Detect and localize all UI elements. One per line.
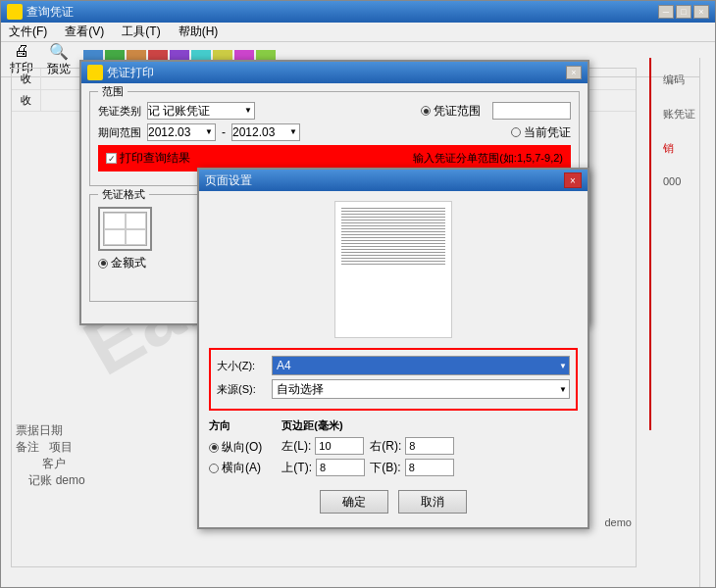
paper-source-select[interactable]: 自动选择 ▼ <box>272 379 570 399</box>
main-window: 查询凭证 ─ □ × 文件(F) 查看(V) 工具(T) 帮助(H) 🖨 打印 … <box>0 0 716 588</box>
bg-bottom-row-2: 备注 项目 <box>16 439 85 456</box>
voucher-dialog-icon <box>87 65 103 80</box>
pvl9 <box>341 231 445 232</box>
margin-top-row: 上(T): <box>281 459 366 476</box>
format-preview <box>98 207 152 251</box>
menu-view[interactable]: 查看(V) <box>61 24 108 40</box>
landscape-label: 横向(A) <box>222 460 261 476</box>
minimize-button[interactable]: ─ <box>658 5 674 19</box>
print-query-checkbox[interactable]: ✓ <box>106 153 117 164</box>
paper-size-arrow: ▼ <box>559 362 567 370</box>
pvl4 <box>341 217 445 218</box>
paper-section: 大小(Z): A4 ▼ 来源(S): 自动选择 ▼ <box>209 348 578 411</box>
right-label-3: 销 <box>663 141 695 156</box>
page-dialog-close[interactable]: × <box>564 172 582 188</box>
current-voucher-radio-group: 当前凭证 <box>511 124 571 141</box>
portrait-label: 纵向(O) <box>222 439 262 456</box>
landscape-radio[interactable]: 横向(A) <box>209 460 262 476</box>
fp4 <box>126 229 147 246</box>
margin-left-input[interactable] <box>315 437 364 455</box>
title-bar-buttons: ─ □ × <box>658 5 709 19</box>
page-dialog-buttons: 确定 取消 <box>209 484 578 517</box>
scrollbar[interactable] <box>699 58 715 587</box>
main-title-bar: 查询凭证 ─ □ × <box>1 1 715 23</box>
format-preview-inner <box>103 212 147 246</box>
menu-file[interactable]: 文件(F) <box>5 24 51 40</box>
pvl2 <box>341 211 445 212</box>
page-preview-content <box>335 202 451 272</box>
voucher-type-arrow: ▼ <box>244 106 252 115</box>
print-query-label: 打印查询结果 <box>120 150 190 167</box>
maximize-button[interactable]: □ <box>676 5 691 19</box>
pvl8 <box>341 228 445 229</box>
voucher-range-radio-dot <box>424 109 429 114</box>
period-dash: - <box>222 125 226 139</box>
fp3 <box>104 229 126 246</box>
right-label-2: 账凭证 <box>663 107 695 122</box>
voucher-range-label: 凭证范围 <box>434 103 481 120</box>
pvl16 <box>341 252 445 253</box>
direction-group: 方向 纵向(O) 横向(A) <box>209 418 262 484</box>
pvl12 <box>341 240 445 241</box>
cancel-button[interactable]: 取消 <box>398 490 467 514</box>
margin-grid: 左(L): 右(R): 上(T): 下(B): <box>281 437 454 476</box>
voucher-type-row: 凭证类别 记 记账凭证 ▼ 凭证范围 <box>98 102 571 120</box>
close-button[interactable]: × <box>693 5 709 19</box>
margin-section: 页边距(毫米) 左(L): 右(R): 上(T): <box>281 418 454 476</box>
margin-bottom-label: 下(B): <box>370 460 400 476</box>
direction-title: 方向 <box>209 418 262 433</box>
app-icon <box>7 4 23 20</box>
pvl17 <box>341 255 445 256</box>
red-vertical-line <box>649 58 651 430</box>
pvl18 <box>341 258 445 259</box>
pvl20 <box>341 264 445 265</box>
page-preview <box>334 201 452 338</box>
menu-help[interactable]: 帮助(H) <box>175 24 223 40</box>
period-from-select[interactable]: 2012.03 ▼ <box>147 123 216 141</box>
paper-size-row: 大小(Z): A4 ▼ <box>217 356 570 375</box>
direction-margins-row: 方向 纵向(O) 横向(A) 页边距(毫米) 左(L): <box>209 418 578 484</box>
bg-bottom-text: 票据日期 备注 项目 客户 记账 demo <box>16 422 85 489</box>
paper-source-value: 自动选择 <box>277 381 324 398</box>
voucher-range-radio[interactable]: 凭证范围 <box>421 103 481 120</box>
paper-size-value: A4 <box>277 359 291 372</box>
current-voucher-radio[interactable]: 当前凭证 <box>511 124 571 141</box>
bg-cell-2-1: 收 <box>12 90 41 111</box>
bg-bottom-row-1: 票据日期 <box>16 422 85 439</box>
bg-bottom-right: demo <box>604 516 632 528</box>
period-label: 期间范围 <box>98 125 141 140</box>
period-to-arrow: ▼ <box>289 127 297 136</box>
pvl14 <box>341 246 445 247</box>
margin-top-input[interactable] <box>316 459 365 476</box>
range-radios: 凭证范围 <box>421 102 571 120</box>
margin-bottom-row: 下(B): <box>370 459 454 476</box>
voucher-range-input[interactable] <box>492 102 571 120</box>
menu-tools[interactable]: 工具(T) <box>118 24 164 40</box>
right-label-4: 000 <box>663 175 695 187</box>
check-mark: ✓ <box>108 154 116 164</box>
paper-size-select[interactable]: A4 ▼ <box>272 356 570 375</box>
amount-format-radio[interactable]: 金额式 <box>98 255 198 271</box>
margin-right-row: 右(R): <box>370 437 454 455</box>
page-dialog-body: 大小(Z): A4 ▼ 来源(S): 自动选择 ▼ <box>199 191 588 527</box>
ok-button[interactable]: 确定 <box>320 490 388 514</box>
voucher-dialog-close[interactable]: × <box>566 66 582 79</box>
current-voucher-circle <box>511 127 521 137</box>
margin-left-row: 左(L): <box>281 437 366 455</box>
format-group: 凭证格式 金额式 <box>89 194 207 302</box>
portrait-radio[interactable]: 纵向(O) <box>209 439 262 456</box>
page-dialog-title-bar: 页面设置 × <box>199 170 588 191</box>
period-from-arrow: ▼ <box>205 127 213 136</box>
margin-right-input[interactable] <box>405 437 454 455</box>
paper-size-label: 大小(Z): <box>217 359 266 373</box>
margin-top-label: 上(T): <box>281 460 312 476</box>
margin-bottom-input[interactable] <box>405 459 454 476</box>
amount-format-label: 金额式 <box>111 255 146 271</box>
voucher-type-select[interactable]: 记 记账凭证 ▼ <box>147 102 255 120</box>
margin-right-label: 右(R): <box>370 438 401 455</box>
amount-format-circle <box>98 259 108 269</box>
margin-left-label: 左(L): <box>281 438 311 455</box>
right-labels: 编码 账凭证 销 000 <box>663 73 695 187</box>
pvl13 <box>341 243 445 244</box>
period-to-select[interactable]: 2012.03 ▼ <box>231 123 300 141</box>
